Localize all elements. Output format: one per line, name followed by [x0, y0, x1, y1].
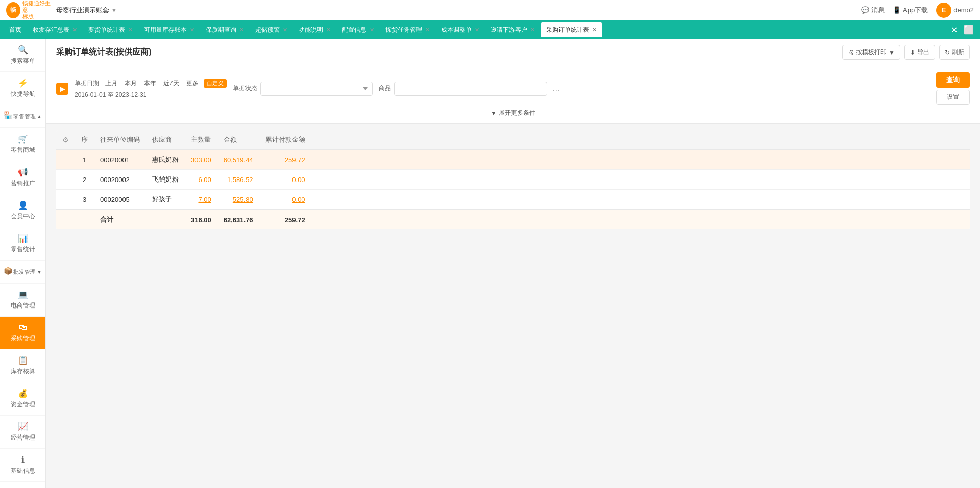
tab-home[interactable]: 首页: [4, 22, 27, 37]
template-dropdown-icon: ▼: [889, 49, 895, 56]
close-tab-btn[interactable]: ✕: [949, 24, 960, 36]
tab-overstock-warning[interactable]: 超储预警 ✕: [250, 22, 292, 37]
purchase-mgmt-icon: 🛍: [19, 323, 27, 332]
date-shortcuts: 上月 本月 本年 近7天 更多 自定义: [103, 78, 227, 89]
goods-input[interactable]: [394, 82, 547, 96]
column-settings[interactable]: ⚙: [56, 130, 75, 150]
avatar: E: [936, 3, 951, 18]
tab-close-collect-pay[interactable]: ✕: [72, 27, 77, 33]
tab-close-pick-task[interactable]: ✕: [425, 27, 430, 33]
tab-pick-task[interactable]: 拣货任务管理 ✕: [380, 22, 435, 37]
content-area: 采购订单统计表(按供应商) 🖨 按模板打印 ▼ ⬇ 导出 ↻ 刷新: [46, 39, 980, 488]
table-head: ⚙ 序 往来单位编码 供应商 主数量 金额 累计付款金额: [56, 130, 970, 150]
data-table: ⚙ 序 往来单位编码 供应商 主数量 金额 累计付款金额: [56, 130, 970, 229]
main-layout: 🔍 搜索菜单 ⚡ 快捷导航 🏪 零售管理 ▲ 🛒 零售商城 📢 营销推广 �: [0, 39, 980, 488]
row-1-cum-paid[interactable]: 259.72: [259, 150, 311, 170]
tab-close-cost-adjust[interactable]: ✕: [475, 27, 479, 33]
top-bar-right: 💬 消息 📱 App下载 E demo2: [861, 3, 974, 18]
sidebar-item-retail-mgmt[interactable]: 🏪 零售管理 ▲: [0, 105, 45, 128]
sidebar-item-wholesale-mgmt[interactable]: 📦 批发管理 ▼: [0, 261, 45, 284]
row-2-cum-paid[interactable]: 0.00: [259, 170, 311, 190]
tab-purchase-stats[interactable]: 采购订单统计表 ✕: [541, 22, 602, 37]
status-select[interactable]: [260, 82, 373, 96]
sidebar-item-search[interactable]: 🔍 搜索菜单: [0, 39, 45, 72]
tab-close-overstock-warning[interactable]: ✕: [283, 27, 287, 33]
table-footer: 合计 316.00 62,631.76 259.72: [56, 210, 970, 229]
row-1-main-qty[interactable]: 303.00: [185, 150, 217, 170]
logo-area: 畅 畅捷通好生意 标版: [6, 0, 52, 20]
tab-config-info[interactable]: 配置信息 ✕: [337, 22, 379, 37]
sidebar-item-quick-nav[interactable]: ⚡ 快捷导航: [0, 72, 45, 105]
wholesale-arrow-icon: ▼: [37, 269, 42, 275]
maximize-tab-btn[interactable]: ⬜: [962, 24, 976, 36]
tab-func-desc[interactable]: 功能说明 ✕: [293, 22, 336, 37]
settings-gear-icon[interactable]: ⚙: [62, 136, 69, 144]
tab-warranty-query[interactable]: 保质期查询 ✕: [201, 22, 249, 37]
sidebar-item-marketing[interactable]: 📢 营销推广: [0, 161, 45, 194]
template-print-button[interactable]: 🖨 按模板打印 ▼: [842, 45, 900, 60]
message-button[interactable]: 💬 消息: [861, 6, 885, 15]
tab-order-stats[interactable]: 要货单统计表 ✕: [83, 22, 138, 37]
goods-input-dots[interactable]: …: [550, 84, 562, 93]
workspace-selector[interactable]: 母婴行业演示账套 ▼: [56, 6, 117, 15]
tab-close-warranty-query[interactable]: ✕: [239, 27, 244, 33]
sidebar-item-ecommerce-mgmt[interactable]: 💻 电商管理: [0, 284, 45, 317]
export-button[interactable]: ⬇ 导出: [904, 45, 935, 60]
sidebar-item-retail-stats[interactable]: 📊 零售统计: [0, 227, 45, 261]
sidebar-item-system-mgmt[interactable]: ⚙ 系统管理: [0, 482, 45, 488]
tab-close-order-stats[interactable]: ✕: [128, 27, 133, 33]
nav-tabs-bar: 首页 收发存汇总表 ✕ 要货单统计表 ✕ 可用量库存账本 ✕ 保质期查询 ✕ 超…: [0, 20, 980, 39]
row-2-amount[interactable]: 1,586.52: [217, 170, 259, 190]
tab-close-available-inventory[interactable]: ✕: [190, 27, 194, 33]
tab-close-invite-downstream[interactable]: ✕: [530, 27, 535, 33]
tab-close-purchase-stats[interactable]: ✕: [592, 27, 597, 33]
sidebar-item-operation-mgmt[interactable]: 📈 经营管理: [0, 416, 45, 449]
expand-more-button[interactable]: ▼ 展开更多条件: [56, 109, 970, 117]
user-avatar-area[interactable]: E demo2: [936, 3, 974, 18]
column-supplier: 供应商: [146, 130, 185, 150]
shortcut-more[interactable]: 更多: [184, 78, 201, 89]
filter-actions: 查询 设置: [936, 72, 970, 105]
page-title: 采购订单统计表(按供应商): [56, 47, 152, 58]
sidebar-item-basic-info[interactable]: ℹ 基础信息: [0, 449, 45, 482]
row-3-main-qty[interactable]: 7.00: [185, 190, 217, 210]
row-3-cum-paid[interactable]: 0.00: [259, 190, 311, 210]
tab-invite-downstream[interactable]: 邀请下游客户 ✕: [485, 22, 540, 37]
shortcut-this-year[interactable]: 本年: [142, 78, 158, 89]
query-button[interactable]: 查询: [936, 72, 970, 88]
tab-close-func-desc[interactable]: ✕: [326, 27, 331, 33]
goods-label: 商品: [379, 84, 391, 93]
sidebar-item-purchase-mgmt[interactable]: 🛍 采购管理: [0, 317, 45, 349]
sidebar-item-finance-mgmt[interactable]: 💰 资金管理: [0, 382, 45, 416]
row-3-amount[interactable]: 525.80: [217, 190, 259, 210]
table-row: 1 00020001 惠氏奶粉 303.00 60,519.44 259.72: [56, 150, 970, 170]
sidebar-item-retail-shop[interactable]: 🛒 零售商城: [0, 128, 45, 161]
setting-button[interactable]: 设置: [936, 90, 970, 105]
tab-available-inventory[interactable]: 可用量库存账本 ✕: [139, 22, 200, 37]
filter-toggle-button[interactable]: ▶: [56, 83, 68, 95]
expand-icon: ▼: [491, 110, 497, 117]
column-main-qty: 主数量: [185, 130, 217, 150]
refresh-button[interactable]: ↻ 刷新: [939, 45, 970, 60]
refresh-icon: ↻: [945, 49, 950, 56]
row-2-main-qty[interactable]: 6.00: [185, 170, 217, 190]
footer-cum-paid: 259.72: [259, 210, 311, 229]
table-row: 3 00020005 好孩子 7.00 525.80 0.00: [56, 190, 970, 210]
shortcut-7days[interactable]: 近7天: [161, 78, 181, 89]
sidebar-item-member-center[interactable]: 👤 会员中心: [0, 194, 45, 227]
shortcut-this-month[interactable]: 本月: [122, 78, 139, 89]
tab-close-config-info[interactable]: ✕: [370, 27, 374, 33]
column-cum-paid: 累计付款金额: [259, 130, 311, 150]
tab-cost-adjust[interactable]: 成本调整单 ✕: [436, 22, 484, 37]
top-bar: 畅 畅捷通好生意 标版 母婴行业演示账套 ▼ 💬 消息 📱 App下载 E de…: [0, 0, 980, 20]
row-3-unit-code: 00020005: [94, 190, 146, 210]
row-1-amount[interactable]: 60,519.44: [217, 150, 259, 170]
sidebar-item-inventory-check[interactable]: 📋 库存核算: [0, 349, 45, 382]
tab-collect-pay[interactable]: 收发存汇总表 ✕: [28, 22, 82, 37]
custom-date-badge[interactable]: 自定义: [204, 79, 227, 88]
ecommerce-icon: 💻: [18, 290, 28, 299]
member-center-icon: 👤: [18, 200, 28, 210]
shortcut-last-month[interactable]: 上月: [103, 78, 119, 89]
app-download-button[interactable]: 📱 App下载: [893, 6, 928, 15]
table-footer-row: 合计 316.00 62,631.76 259.72: [56, 210, 970, 229]
